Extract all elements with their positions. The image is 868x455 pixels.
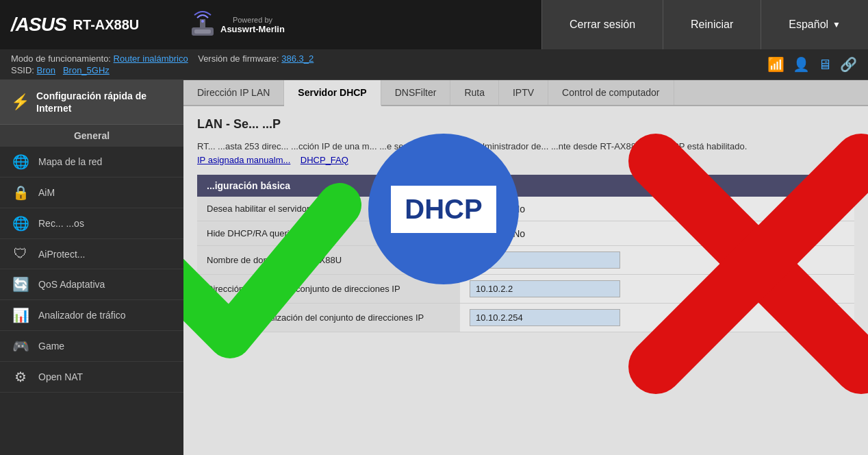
- hide-dhcp-no-input[interactable]: [501, 229, 510, 238]
- quick-icon: ⚡: [11, 93, 29, 111]
- domain-label: Nombre de dominio de RT-AX88U: [197, 246, 460, 275]
- form-row-pool-end: Dirección de finalización del conjunto d…: [197, 304, 854, 332]
- monitor-icon[interactable]: 🖥: [818, 57, 832, 73]
- aiprotect-icon: 🛡: [11, 246, 30, 262]
- powered-by-label: Powered by: [233, 16, 272, 24]
- sidebar-item-resources[interactable]: 🌐 Rec... ...os: [0, 208, 183, 239]
- domain-value-cell: [460, 246, 854, 275]
- hide-dhcp-yes-input[interactable]: [470, 229, 478, 238]
- restart-button[interactable]: Reiniciar: [663, 0, 761, 49]
- hide-dhcp-value: Sí No: [460, 221, 854, 246]
- sidebar-item-traffic[interactable]: 📊 Analizador de tráfico: [0, 300, 183, 331]
- header: /ASUS RT-AX88U Powered by Asuswrt-Merlin…: [0, 0, 868, 49]
- manual-ip-link[interactable]: IP asignada manualm...: [197, 155, 290, 165]
- header-buttons: Cerrar sesión Reiniciar Español ▼: [541, 0, 868, 49]
- form-row-pool-start: Dirección de inicio del conjunto de dire…: [197, 275, 854, 304]
- share-icon[interactable]: 🔗: [840, 56, 857, 73]
- hide-dhcp-radio-group: Sí No: [470, 228, 845, 239]
- tab-iptv[interactable]: IPTV: [499, 80, 548, 105]
- svg-point-3: [201, 20, 204, 23]
- enable-dhcp-label: Desea habilitar el servidor DHCP: [197, 197, 460, 221]
- enable-dhcp-yes-radio[interactable]: Sí: [470, 204, 490, 214]
- mode-info: Modo de funcionamiento: Router inalámbri…: [11, 53, 314, 64]
- tab-dns-filter[interactable]: DNSFilter: [381, 80, 451, 105]
- sidebar-item-label-traffic: Analizador de tráfico: [38, 310, 126, 321]
- game-icon: 🎮: [11, 338, 30, 354]
- sidebar-item-label-resources: Rec... ...os: [38, 218, 84, 229]
- pool-end-value-cell: [460, 304, 854, 332]
- info-bar: Modo de funcionamiento: Router inalámbri…: [0, 49, 868, 80]
- page-title: LAN - Se... ...P: [197, 117, 854, 132]
- pool-end-input[interactable]: [470, 309, 620, 326]
- sidebar-item-label-opennat: Open NAT: [38, 371, 83, 382]
- sidebar-item-label-qos: QoS Adaptativa: [38, 279, 105, 290]
- sidebar-quick-access[interactable]: ⚡ Configuración rápida de Internet: [0, 80, 183, 124]
- ssid-2g[interactable]: Bron: [37, 65, 55, 75]
- firmware-value[interactable]: 386.3_2: [281, 53, 314, 64]
- resources-icon: 🌐: [11, 215, 30, 232]
- opennat-icon: ⚙: [11, 369, 30, 385]
- pool-end-label: Dirección de finalización del conjunto d…: [197, 304, 460, 332]
- domain-input[interactable]: [470, 251, 620, 269]
- asus-logo: /ASUS: [11, 14, 66, 36]
- dhcp-faq-link[interactable]: DHCP_FAQ: [301, 155, 348, 165]
- sidebar-item-label-network-map: Mapa de la red: [38, 156, 102, 167]
- user-icon[interactable]: 👤: [793, 56, 810, 73]
- sidebar-item-qos[interactable]: 🔄 QoS Adaptativa: [0, 269, 183, 300]
- header-logo-area: /ASUS RT-AX88U: [0, 14, 185, 36]
- hide-dhcp-label: Hide DHCP/RA queries: [197, 221, 460, 246]
- router-icon: [185, 7, 220, 42]
- content-area: Dirección IP LAN Servidor DHCP DNSFilter…: [183, 80, 868, 455]
- sidebar-item-label-game: Game: [38, 341, 64, 352]
- sidebar-general-header: General: [0, 124, 183, 147]
- aim-icon: 🔒: [11, 184, 30, 201]
- sidebar-item-opennat[interactable]: ⚙ Open NAT: [0, 362, 183, 393]
- content-body: LAN - Se... ...P RT... ...asta 253 direc…: [183, 106, 868, 343]
- quick-label: Configuración rápida de Internet: [36, 90, 173, 114]
- main-layout: ⚡ Configuración rápida de Internet Gener…: [0, 80, 868, 455]
- form-row-enable-dhcp: Desea habilitar el servidor DHCP Sí No: [197, 197, 854, 221]
- tab-route[interactable]: Ruta: [450, 80, 499, 105]
- tab-parental[interactable]: Control de computador: [548, 80, 674, 105]
- sidebar-item-network-map[interactable]: 🌐 Mapa de la red: [0, 147, 183, 177]
- enable-dhcp-yes-input[interactable]: [470, 204, 478, 213]
- basic-config-header: ...iguración básica: [197, 175, 854, 197]
- ssid-5g[interactable]: Bron_5GHz: [63, 65, 110, 75]
- router-model: RT-AX88U: [73, 17, 140, 33]
- enable-dhcp-radio-group: Sí No: [470, 204, 845, 214]
- pool-start-value-cell: [460, 275, 854, 304]
- header-center: Powered by Asuswrt-Merlin: [185, 7, 285, 42]
- tab-dhcp-server[interactable]: Servidor DHCP: [284, 80, 381, 106]
- tabs-bar: Dirección IP LAN Servidor DHCP DNSFilter…: [183, 80, 868, 106]
- lang-label: Español: [789, 19, 828, 31]
- hide-dhcp-no-radio[interactable]: No: [501, 228, 525, 239]
- powered-by-block: Powered by Asuswrt-Merlin: [220, 16, 285, 34]
- chevron-down-icon: ▼: [832, 20, 841, 29]
- svg-rect-1: [194, 29, 211, 34]
- enable-dhcp-no-radio[interactable]: No: [501, 204, 525, 214]
- sidebar: ⚡ Configuración rápida de Internet Gener…: [0, 80, 183, 455]
- traffic-icon: 📊: [11, 307, 30, 323]
- merlin-label: Asuswrt-Merlin: [220, 24, 285, 34]
- form-row-domain: Nombre de dominio de RT-AX88U: [197, 246, 854, 275]
- wifi-icon[interactable]: 📶: [767, 56, 784, 73]
- sidebar-item-game[interactable]: 🎮 Game: [0, 331, 183, 362]
- ssid-info: SSID: Bron Bron_5GHz: [11, 65, 314, 75]
- sidebar-item-label-aiprotect: AiProtect...: [38, 249, 85, 260]
- language-button[interactable]: Español ▼: [761, 0, 868, 49]
- sidebar-item-label-aim: AiM: [38, 187, 55, 198]
- sidebar-item-aiprotect[interactable]: 🛡 AiProtect...: [0, 239, 183, 269]
- tab-lan-ip[interactable]: Dirección IP LAN: [183, 80, 284, 105]
- logout-button[interactable]: Cerrar sesión: [541, 0, 663, 49]
- description-text: RT... ...asta 253 direc... ...cción IP d…: [197, 140, 854, 167]
- config-form-table: Desea habilitar el servidor DHCP Sí No: [197, 197, 854, 332]
- network-map-icon: 🌐: [11, 153, 30, 170]
- sidebar-item-aim[interactable]: 🔒 AiM: [0, 177, 183, 208]
- info-bar-right: 📶 👤 🖥 🔗: [767, 56, 857, 73]
- enable-dhcp-no-input[interactable]: [501, 204, 510, 213]
- qos-icon: 🔄: [11, 276, 30, 293]
- hide-dhcp-yes-radio[interactable]: Sí: [470, 228, 490, 239]
- pool-start-label: Dirección de inicio del conjunto de dire…: [197, 275, 460, 304]
- mode-value[interactable]: Router inalámbrico: [114, 53, 188, 64]
- pool-start-input[interactable]: [470, 280, 620, 297]
